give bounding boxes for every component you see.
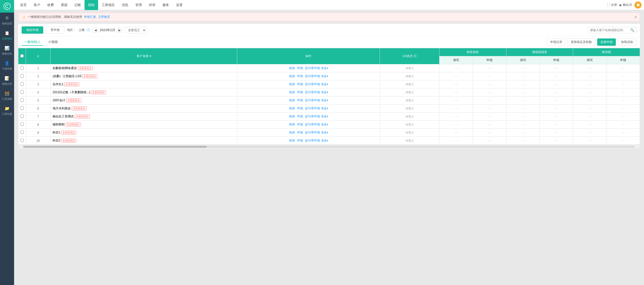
update-quota-button[interactable]: 更新税定及取数 [568, 38, 595, 46]
row-checkbox-7[interactable] [20, 123, 24, 126]
op-more[interactable]: 更多▾ [321, 115, 328, 118]
sidebar-item-annual-report[interactable]: 📁工商年报 [1, 103, 13, 118]
topnav-item-management[interactable]: 管理 [132, 0, 145, 10]
op-declare[interactable]: 申报 [297, 139, 303, 142]
op-tax-table[interactable]: 税表 [289, 99, 295, 102]
op-tax-table[interactable]: 税表 [289, 90, 295, 94]
row-checkbox-2[interactable] [20, 82, 24, 86]
topnav-item-tax[interactable]: 报税 [85, 0, 98, 10]
topnav-item-accounting[interactable]: 记账 [71, 0, 85, 10]
banner-close-button[interactable]: ✕ [634, 15, 637, 19]
sidebar-item-calc-clear[interactable]: 🧮汇算清缴 [1, 88, 13, 103]
op-zero-declare[interactable]: 设为零申报 [305, 90, 320, 94]
op-declare[interactable]: 申报 [297, 115, 303, 118]
op-declare[interactable]: 申报 [297, 82, 303, 86]
select-all-checkbox[interactable] [20, 54, 24, 58]
row-name: (勿删）江西磁宝-LSS 未更新税定 [51, 72, 237, 80]
op-more[interactable]: 更多▾ [321, 91, 328, 94]
op-declare[interactable]: 申报 [297, 74, 303, 78]
op-tax-table[interactable]: 税表 [289, 107, 295, 110]
op-tax-table[interactable]: 税表 [289, 115, 295, 118]
row-col-5: — [607, 105, 640, 113]
topnav-item-customer[interactable]: 客户 [30, 0, 44, 10]
row-checkbox-9[interactable] [20, 139, 24, 142]
op-more[interactable]: 更多▾ [321, 123, 328, 126]
date-next-button[interactable]: ▶ [117, 27, 122, 33]
row-checkbox-4[interactable] [20, 99, 24, 102]
op-zero-declare[interactable]: 设为零申报 [305, 139, 320, 142]
row-checkbox-1[interactable] [20, 74, 24, 78]
search-input[interactable] [588, 27, 628, 33]
search-box: 🔍 [588, 27, 636, 33]
op-more[interactable]: 更多▾ [321, 99, 328, 102]
tab-general-taxpayer[interactable]: 一般纳税人 [22, 39, 43, 46]
row-checkbox-6[interactable] [20, 115, 24, 118]
sidebar-item-batch-tax[interactable]: 📋批量报税 [1, 28, 13, 43]
tab-zero-declare[interactable]: 零申报 [46, 26, 64, 34]
fullscreen-button[interactable]: ⛶ 全屏 [607, 3, 617, 7]
batch-declare-button[interactable]: 批量申报 [597, 38, 616, 46]
topnav-item-collection[interactable]: 收费 [44, 0, 57, 10]
op-more[interactable]: 更多▾ [321, 83, 328, 86]
op-more[interactable]: 更多▾ [321, 67, 328, 70]
row-name: 2013日记账（不要删除啦...) 未更新税定 [51, 88, 237, 97]
declare-record-button[interactable]: 申报记录 [547, 38, 566, 46]
op-tax-table[interactable]: 税表 [289, 123, 295, 126]
op-more[interactable]: 更多▾ [321, 75, 328, 78]
staff-select[interactable]: 全部员工 [125, 27, 146, 33]
topnav-item-service[interactable]: 服务 [159, 0, 173, 10]
scrollbar-thumb[interactable] [23, 146, 207, 148]
status-badge: 未更新税定 [75, 115, 90, 118]
op-more[interactable]: 更多▾ [321, 139, 328, 142]
op-declare[interactable]: 申报 [297, 123, 303, 126]
row-ops: 税表 申报 设为零申报 更多▾ [237, 88, 380, 97]
op-tax-table[interactable]: 税表 [289, 66, 295, 70]
op-declare[interactable]: 申报 [297, 99, 303, 102]
op-declare[interactable]: 申报 [297, 90, 303, 94]
sidebar-label-annual-report: 工商年报 [2, 112, 12, 116]
op-declare[interactable]: 申报 [297, 107, 303, 110]
sidebar-item-tax-overview[interactable]: 📊报税总览 [1, 43, 13, 58]
tab-tax-declare[interactable]: 税款申报 [22, 26, 43, 34]
topnav-item-home[interactable]: 首页 [17, 0, 30, 10]
sidebar-item-tax-records[interactable]: 📝报税记录 [1, 73, 13, 88]
row-checkbox-0[interactable] [20, 66, 24, 70]
row-checkbox-5[interactable] [20, 107, 24, 110]
row-checkbox-8[interactable] [20, 131, 24, 134]
banner-link-buy[interactable]: 立即购买 [98, 15, 110, 19]
op-zero-declare[interactable]: 设为零申报 [305, 74, 320, 78]
sidebar-item-tax-settings[interactable]: ⚙报税设置 [1, 13, 13, 28]
op-tax-table[interactable]: 税表 [289, 82, 295, 86]
op-tax-table[interactable]: 税表 [289, 131, 295, 134]
op-declare[interactable]: 申报 [297, 66, 303, 70]
region-info-icon[interactable]: ⓘ [87, 28, 90, 32]
tab-small-taxpayer[interactable]: 小规模 [46, 39, 60, 46]
op-tax-table[interactable]: 税表 [289, 139, 295, 142]
sidebar-item-personal-tax[interactable]: 👤个税申报 [1, 58, 13, 73]
topnav-item-invoice[interactable]: 票据 [57, 0, 71, 10]
op-tax-table[interactable]: 税表 [289, 74, 295, 78]
op-zero-declare[interactable]: 设为零申报 [305, 107, 320, 110]
op-zero-declare[interactable]: 设为零申报 [305, 131, 320, 134]
op-zero-declare[interactable]: 设为零申报 [305, 99, 320, 102]
op-more[interactable]: 更多▾ [321, 131, 328, 134]
horizontal-scrollbar[interactable] [18, 145, 640, 148]
op-zero-declare[interactable]: 设为零申报 [305, 82, 320, 86]
op-more[interactable]: 更多▾ [321, 107, 328, 110]
topnav-item-settings[interactable]: 设置 [173, 0, 186, 10]
sidebar-logo[interactable] [0, 0, 14, 13]
collect-return-button[interactable]: 收取回执 [618, 38, 636, 46]
op-declare[interactable]: 申报 [297, 131, 303, 134]
topnav-item-message[interactable]: 消息 [118, 0, 132, 10]
date-prev-button[interactable]: ◀ [93, 27, 98, 33]
avatar[interactable]: 畅 [634, 2, 641, 9]
search-button[interactable]: 🔍 [628, 27, 636, 33]
op-zero-declare[interactable]: 设为零申报 [305, 115, 320, 118]
op-zero-declare[interactable]: 设为零申报 [305, 66, 320, 70]
banner-link-declare[interactable]: 申报汇签 [84, 15, 96, 19]
topnav-item-operation[interactable]: 经营 [145, 0, 159, 10]
member-button[interactable]: ▶ 畅会员 [620, 3, 632, 7]
row-checkbox-3[interactable] [20, 90, 24, 94]
op-zero-declare[interactable]: 设为零申报 [305, 123, 320, 126]
topnav-item-business[interactable]: 工商项目 [98, 0, 118, 10]
